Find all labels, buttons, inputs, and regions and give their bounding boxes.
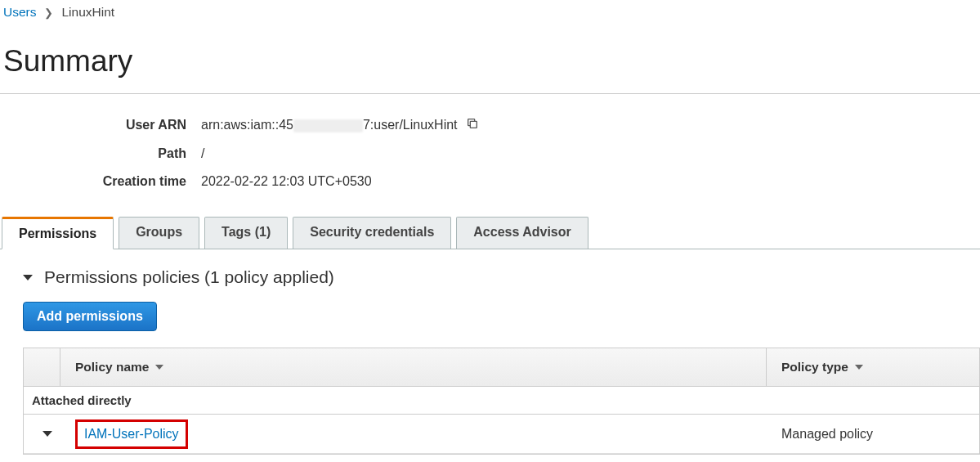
cell-policy-name: IAM-User-Policy xyxy=(60,419,767,449)
caret-down-icon xyxy=(43,431,52,437)
breadcrumb-current: LinuxHint xyxy=(61,5,114,20)
creation-value: 2022-02-22 12:03 UTC+0530 xyxy=(201,174,372,189)
group-attached-directly: Attached directly xyxy=(24,387,979,415)
table-row: IAM-User-Policy Managed policy xyxy=(24,415,979,454)
tabs: Permissions Groups Tags (1) Security cre… xyxy=(0,217,980,249)
path-label: Path xyxy=(0,146,201,161)
table-header-row: Policy name Policy type xyxy=(24,348,979,387)
add-permissions-button[interactable]: Add permissions xyxy=(23,302,157,331)
tab-access-advisor[interactable]: Access Advisor xyxy=(456,217,588,249)
copy-icon[interactable] xyxy=(466,117,479,133)
detail-row-path: Path / xyxy=(0,140,980,168)
breadcrumb: Users ❯ LinuxHint xyxy=(0,0,980,25)
column-policy-name-label: Policy name xyxy=(75,360,149,375)
tab-tags[interactable]: Tags (1) xyxy=(204,217,288,249)
permissions-panel: Permissions policies (1 policy applied) … xyxy=(0,249,980,455)
arn-suffix: 7:user/LinuxHint xyxy=(363,118,458,132)
page-title: Summary xyxy=(0,25,980,94)
column-policy-type[interactable]: Policy type xyxy=(767,348,979,386)
breadcrumb-separator-icon: ❯ xyxy=(44,7,53,19)
svg-rect-0 xyxy=(470,121,477,128)
sort-caret-icon xyxy=(855,365,863,370)
detail-row-creation: Creation time 2022-02-22 12:03 UTC+0530 xyxy=(0,168,980,195)
column-expand xyxy=(24,348,60,386)
tab-permissions[interactable]: Permissions xyxy=(2,217,114,249)
arn-redacted xyxy=(293,119,363,132)
row-expand-toggle[interactable] xyxy=(24,431,60,437)
tab-security-credentials[interactable]: Security credentials xyxy=(293,217,451,249)
policy-link[interactable]: IAM-User-Policy xyxy=(84,427,179,441)
permissions-section-title: Permissions policies (1 policy applied) xyxy=(44,267,334,287)
sort-caret-icon xyxy=(155,365,163,370)
detail-row-arn: User ARN arn:aws:iam::457:user/LinuxHint xyxy=(0,110,980,140)
arn-value: arn:aws:iam::457:user/LinuxHint xyxy=(201,117,479,133)
column-policy-type-label: Policy type xyxy=(781,360,848,375)
user-details: User ARN arn:aws:iam::457:user/LinuxHint… xyxy=(0,94,980,204)
arn-label: User ARN xyxy=(0,118,201,132)
creation-label: Creation time xyxy=(0,174,201,189)
permissions-section-header[interactable]: Permissions policies (1 policy applied) xyxy=(23,267,980,287)
path-value: / xyxy=(201,146,204,161)
arn-prefix: arn:aws:iam::45 xyxy=(201,118,293,132)
caret-down-icon xyxy=(23,275,33,280)
highlight-annotation: IAM-User-Policy xyxy=(75,419,188,449)
tab-groups[interactable]: Groups xyxy=(119,217,199,249)
policy-table: Policy name Policy type Attached directl… xyxy=(23,348,980,455)
breadcrumb-users-link[interactable]: Users xyxy=(3,5,36,20)
column-policy-name[interactable]: Policy name xyxy=(60,348,767,386)
cell-policy-type: Managed policy xyxy=(767,427,979,442)
